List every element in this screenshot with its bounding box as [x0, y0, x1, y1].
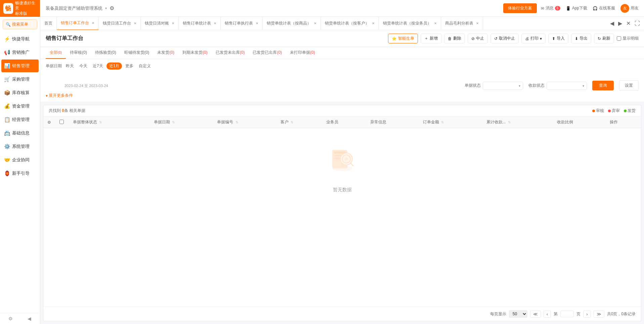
- close-tab-cash-daily-icon[interactable]: ✕: [134, 22, 136, 25]
- more-date-button[interactable]: 更多: [123, 63, 135, 70]
- expand-icon: ▾: [46, 93, 48, 98]
- show-detail-label[interactable]: 显示明细: [617, 36, 639, 41]
- table-area: 共找到 0条 相关单据 审核 弃审 发货: [43, 105, 641, 321]
- close-tab-sales-stats-icon[interactable]: ✕: [214, 22, 216, 25]
- sidebar-item-purchase[interactable]: 🛒 采购管理: [1, 73, 39, 86]
- settings-gear-icon[interactable]: ⚙: [110, 5, 114, 11]
- add-button[interactable]: ＋ 新增: [421, 34, 441, 43]
- smart-create-button[interactable]: ⭐ 智能生单: [388, 34, 418, 43]
- tab-prev-button[interactable]: ◀: [609, 19, 615, 27]
- online-service-button[interactable]: 🎧 在线客服: [593, 5, 615, 11]
- sub-tab-pending-review[interactable]: 待审核(0): [66, 47, 91, 59]
- last7-button[interactable]: 近7天: [91, 63, 105, 70]
- sort-amount-icon[interactable]: ⇅: [441, 120, 444, 124]
- sort-status-icon[interactable]: ⇅: [99, 120, 102, 124]
- pagination-bar: 每页显示 50 10 20 100 ≪ ‹ 第 1 页 › ≫ 共0页，0条记录: [43, 307, 641, 321]
- query-button[interactable]: 查询: [592, 81, 614, 90]
- sub-tab-shipped-out[interactable]: 已发货已出库(0): [249, 47, 286, 59]
- sort-collected-icon[interactable]: ⇅: [508, 120, 511, 124]
- last-page-button[interactable]: ≫: [594, 311, 604, 318]
- tab-sales-summary-staff[interactable]: 销货单统计表（按业务员） ✕: [379, 17, 441, 30]
- user-button[interactable]: 友 用友: [620, 4, 639, 13]
- sidebar-item-operations[interactable]: 📋 经营管理: [1, 113, 39, 126]
- close-tab-sales-order-icon[interactable]: ✕: [92, 21, 94, 25]
- suspend-button[interactable]: ⊘ 中止: [468, 34, 488, 43]
- today-button[interactable]: 今天: [77, 63, 89, 70]
- refresh-button[interactable]: ↻ 刷新: [594, 34, 614, 43]
- print-button[interactable]: 🖨 打印 ▾: [521, 34, 546, 43]
- sub-tab-all[interactable]: 全部(0): [46, 47, 66, 59]
- close-all-tabs-button[interactable]: ✕: [625, 19, 632, 27]
- system-icon: ⚙️: [4, 144, 10, 150]
- sidebar-item-guide[interactable]: 🏮 新手引导: [1, 167, 39, 180]
- sort-date-icon[interactable]: ⇅: [172, 120, 175, 124]
- import-button[interactable]: ⬆ 导入: [548, 34, 568, 43]
- payment-select[interactable]: [547, 82, 587, 90]
- sidebar-item-system[interactable]: ⚙️ 系统管理: [1, 140, 39, 153]
- tab-sales-exec[interactable]: 销售订单执行表 ✕: [221, 17, 263, 30]
- ship-action-button[interactable]: 发货: [624, 108, 636, 114]
- settings-bottom-button[interactable]: ⚙: [3, 316, 19, 321]
- expand-filter-button[interactable]: ▾ 展开更多条件: [46, 93, 639, 98]
- revoke-action-button[interactable]: 弃审: [608, 108, 620, 114]
- last-month-button[interactable]: 近1月: [106, 63, 122, 70]
- column-settings-icon[interactable]: ⚙: [47, 120, 51, 125]
- sub-tab-not-shipped[interactable]: 未发货(0): [153, 47, 178, 59]
- sub-tab-pending-check[interactable]: 待拣验货(0): [91, 47, 120, 59]
- show-detail-checkbox[interactable]: [617, 36, 621, 41]
- delete-button[interactable]: 🗑 删除: [444, 34, 465, 43]
- tab-cash-account[interactable]: 钱货日清对账 ✕: [141, 17, 179, 30]
- maximize-button[interactable]: ⛶: [633, 20, 641, 27]
- sort-customer-icon[interactable]: ⇅: [291, 120, 293, 124]
- close-tab-summary-customer-icon[interactable]: ✕: [372, 22, 375, 25]
- tab-home[interactable]: 首页: [40, 17, 57, 30]
- yesterday-button[interactable]: 昨天: [64, 63, 76, 70]
- page-title: 销售订单工作台: [46, 35, 83, 42]
- tab-sales-summary-product[interactable]: 销货单统计表（按商品） ✕: [263, 17, 321, 30]
- sub-tab-wangpu[interactable]: 旺铺待发货(0): [120, 47, 154, 59]
- page-number-input[interactable]: 1: [560, 311, 574, 317]
- col-ratio: 收款比例: [553, 117, 606, 128]
- status-select[interactable]: [483, 82, 523, 90]
- close-tab-summary-staff-icon[interactable]: ✕: [434, 22, 437, 25]
- app-download-button[interactable]: 📱 App下载: [566, 5, 587, 11]
- settings-button[interactable]: 设置: [619, 80, 639, 91]
- tab-cash-daily[interactable]: 钱货日清工作台 ✕: [99, 17, 141, 30]
- sub-tab-not-printed[interactable]: 未打印单据(0): [286, 47, 319, 59]
- cancel-suspend-button[interactable]: ↺ 取消中止: [490, 34, 519, 43]
- tab-sales-stats[interactable]: 销售订单统计表 ✕: [179, 17, 221, 30]
- next-page-button[interactable]: ›: [583, 311, 591, 318]
- sales-icon: 📊: [4, 63, 10, 69]
- collapse-sidebar-button[interactable]: ◀: [22, 316, 38, 321]
- sidebar-item-sales[interactable]: 📊 销售管理: [1, 59, 39, 72]
- sub-tab-expired-not-shipped[interactable]: 到期未发货(0): [178, 47, 212, 59]
- message-button[interactable]: ✉ 消息 6: [541, 5, 560, 11]
- tab-sales-summary-customer[interactable]: 销货单统计表（按客户） ✕: [321, 17, 379, 30]
- tab-next-button[interactable]: ▶: [617, 19, 624, 27]
- page-size-select[interactable]: 50 10 20 100: [509, 310, 527, 318]
- sort-number-icon[interactable]: ⇅: [235, 120, 238, 124]
- first-page-button[interactable]: ≪: [530, 311, 541, 318]
- review-action-button[interactable]: 审核: [592, 108, 604, 114]
- sidebar-item-quick-nav[interactable]: ⚡ 快捷导航: [1, 33, 39, 45]
- custom-date-button[interactable]: 自定义: [137, 63, 153, 70]
- tab-sales-order[interactable]: 销售订单工作台 ✕: [57, 17, 99, 30]
- close-tab-gross-margin-icon[interactable]: ✕: [476, 22, 479, 25]
- table-scroll[interactable]: ⚙ 单据整体状态 ⇅ 单据日期 ⇅: [43, 117, 641, 307]
- export-button[interactable]: ⬇ 导出: [571, 34, 591, 43]
- search-menu-button[interactable]: 🔍 搜索菜单: [3, 19, 37, 29]
- sidebar-item-corp[interactable]: 🤝 企业协同: [1, 154, 39, 166]
- sidebar-item-marketing[interactable]: 📢 营销推广: [1, 46, 39, 59]
- close-tab-sales-exec-icon[interactable]: ✕: [256, 22, 258, 25]
- industry-solution-button[interactable]: 体验行业方案: [503, 3, 537, 13]
- select-all-checkbox[interactable]: [59, 120, 64, 124]
- sidebar-item-inventory[interactable]: 📦 库存核算: [1, 86, 39, 99]
- prev-page-button[interactable]: ‹: [544, 311, 551, 318]
- sidebar-item-finance[interactable]: 💰 资金管理: [1, 100, 39, 113]
- tab-gross-margin[interactable]: 商品毛利分析表 ✕: [441, 17, 483, 30]
- corp-icon: 🤝: [4, 157, 10, 163]
- close-tab-summary-product-icon[interactable]: ✕: [314, 22, 316, 25]
- sidebar-item-basic-info[interactable]: 📇 基础信息: [1, 127, 39, 139]
- close-tab-cash-account-icon[interactable]: ✕: [172, 22, 174, 25]
- sub-tab-shipped-not-out[interactable]: 已发货未出库(0): [212, 47, 249, 59]
